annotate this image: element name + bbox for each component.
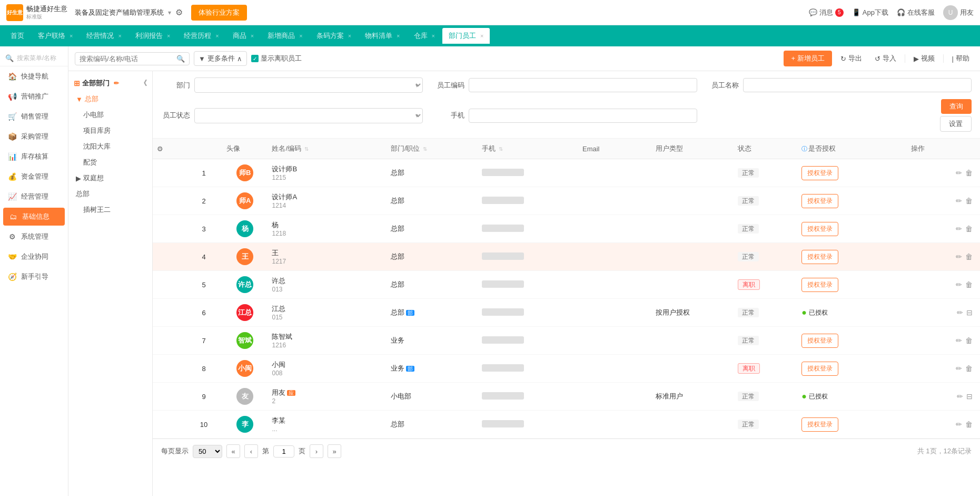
close-icon[interactable]: × — [251, 33, 254, 39]
set-button[interactable]: 设置 — [940, 116, 972, 132]
query-button[interactable]: 查询 — [941, 99, 972, 114]
last-page-btn[interactable]: » — [328, 444, 341, 458]
per-page-select[interactable]: 50 100 200 — [193, 445, 222, 458]
close-icon[interactable]: × — [299, 33, 302, 39]
dept-item-distribution[interactable]: 配货 — [68, 154, 152, 170]
delete-btn[interactable]: 🗑 — [965, 252, 973, 261]
emp-code-input[interactable] — [469, 78, 697, 92]
tab-process[interactable]: 经营历程× — [177, 28, 225, 44]
add-employee-button[interactable]: + 新增员工 — [784, 51, 831, 66]
show-resigned-toggle[interactable]: ✓ 显示离职员工 — [251, 54, 302, 63]
sidebar-search[interactable]: 🔍 搜索菜单/名称 — [0, 51, 68, 66]
sidebar-item-inventory[interactable]: 📊 库存核算 — [0, 147, 68, 167]
sidebar-item-operations[interactable]: 📈 经营管理 — [0, 187, 68, 207]
close-icon[interactable]: × — [397, 33, 400, 39]
emp-status-select-wrapper[interactable] — [194, 108, 423, 123]
more-filter-btn[interactable]: ▼ 更多条件 ∧ — [194, 51, 247, 66]
dropdown-arrow-icon[interactable]: ▾ — [168, 9, 171, 16]
col-dept[interactable]: 部门/职位 ⇅ — [387, 139, 478, 159]
dept-item-xiaodibu[interactable]: 小电部 — [68, 107, 152, 123]
tab-new-goods[interactable]: 新增商品× — [261, 28, 309, 44]
trial-button[interactable]: 体验行业方案 — [191, 5, 247, 21]
dept-item-putao[interactable]: 插树王二 — [68, 202, 152, 218]
dept-item-shuang[interactable]: ▶ 双庭想 — [68, 170, 152, 186]
auth-login-btn[interactable]: 授权登录 — [801, 194, 838, 208]
search-input[interactable] — [80, 55, 174, 63]
sidebar-item-purchase[interactable]: 📦 采购管理 — [0, 127, 68, 147]
import-btn[interactable]: ↺ 导入 — [870, 52, 900, 65]
edit-btn[interactable]: ✏ — [956, 336, 962, 345]
view-btn[interactable]: ▶ 视频 — [909, 52, 939, 65]
edit-btn[interactable]: ✏ — [956, 420, 962, 429]
sidebar-item-system[interactable]: ⚙ 系统管理 — [0, 227, 68, 247]
close-icon[interactable]: × — [432, 33, 435, 39]
edit-btn[interactable]: ✏ — [957, 392, 963, 401]
dept-item-shenyang[interactable]: 沈阳大库 — [68, 139, 152, 154]
auth-login-btn[interactable]: 授权登录 — [801, 278, 838, 292]
close-icon[interactable]: × — [215, 33, 219, 39]
page-input[interactable] — [273, 445, 294, 458]
sidebar-item-sales[interactable]: 🛒 销售管理 — [0, 106, 68, 127]
edit-btn[interactable]: ✏ — [956, 364, 962, 373]
tab-profit[interactable]: 利润报告× — [129, 28, 176, 44]
sidebar-item-guide[interactable]: 🧭 新手引导 — [0, 267, 68, 287]
delete-btn[interactable]: 🗑 — [965, 280, 973, 289]
tab-barcode[interactable]: 条码方案× — [310, 28, 358, 44]
delete-btn[interactable]: 🗑 — [965, 197, 973, 205]
close-icon[interactable]: × — [70, 33, 73, 39]
settings-icon[interactable]: ⚙ — [175, 7, 183, 17]
tab-material[interactable]: 物料清单× — [359, 28, 406, 44]
tab-operation[interactable]: 经营情况× — [80, 28, 127, 44]
edit-btn[interactable]: ✏ — [956, 197, 962, 205]
sidebar-item-marketing[interactable]: 📢 营销推广 — [0, 86, 68, 106]
sidebar-item-basic[interactable]: 🗂 基础信息 — [3, 208, 65, 226]
delete-btn[interactable]: 🗑 — [965, 336, 973, 345]
dept-item-project[interactable]: 项目库房 — [68, 123, 152, 139]
delete-btn[interactable]: 🗑 — [965, 169, 973, 177]
delete-btn[interactable]: 🗑 — [965, 225, 973, 233]
auth-login-btn[interactable]: 授权登录 — [801, 334, 838, 348]
edit-btn[interactable]: ✏ — [956, 169, 962, 177]
close-icon[interactable]: × — [348, 33, 351, 39]
tab-warehouse[interactable]: 仓库× — [408, 28, 441, 44]
dept-select[interactable] — [194, 77, 423, 93]
message-btn[interactable]: 💬 消息 5 — [809, 8, 844, 17]
app-download-btn[interactable]: 📱 App下载 — [852, 8, 888, 17]
export-btn[interactable]: ↻ 导出 — [836, 52, 866, 65]
sidebar-item-finance[interactable]: 💰 资金管理 — [0, 167, 68, 187]
tab-employee[interactable]: 部门员工× — [442, 28, 490, 44]
sidebar-item-quick-nav[interactable]: 🏠 快捷导航 — [0, 66, 68, 86]
online-service-btn[interactable]: 🎧 在线客服 — [897, 8, 935, 17]
dept-item-general[interactable]: ▼ 总部 — [68, 91, 152, 107]
search-box[interactable]: 🔍 — [75, 52, 190, 65]
auth-login-btn[interactable]: 授权登录 — [801, 166, 838, 180]
col-phone[interactable]: 手机 ⇅ — [478, 139, 578, 159]
delete-btn[interactable]: 🗑 — [965, 364, 973, 373]
delete-btn[interactable]: 🗑 — [965, 420, 973, 429]
tab-customer[interactable]: 客户联络× — [32, 28, 79, 44]
emp-status-select[interactable] — [194, 108, 423, 123]
first-page-btn[interactable]: « — [226, 444, 240, 458]
close-icon[interactable]: × — [480, 33, 483, 39]
close-icon[interactable]: × — [118, 33, 121, 39]
dept-collapse-icon[interactable]: 《 — [140, 79, 147, 88]
tab-goods[interactable]: 商品× — [226, 28, 260, 44]
emp-name-input[interactable] — [743, 78, 972, 92]
dept-item-zongbu[interactable]: 总部 — [68, 186, 152, 202]
auth-login-btn[interactable]: 授权登录 — [801, 250, 838, 264]
user-area[interactable]: U 用友 — [943, 5, 974, 20]
auth-login-btn[interactable]: 授权登录 — [801, 362, 838, 376]
dept-edit-icon[interactable]: ✏ — [114, 80, 119, 87]
edit-btn[interactable]: ✏ — [956, 280, 962, 289]
close-icon[interactable]: × — [167, 33, 170, 39]
tab-home[interactable]: 首页 — [4, 28, 31, 44]
edit-btn[interactable]: ✏ — [957, 308, 963, 317]
col-settings[interactable]: ⚙ — [153, 139, 185, 159]
edit-btn[interactable]: ✏ — [956, 225, 962, 233]
edit-btn[interactable]: ✏ — [956, 252, 962, 261]
copy-btn[interactable]: ⊟ — [966, 308, 973, 317]
dept-select-wrapper[interactable] — [194, 77, 423, 93]
auth-login-btn[interactable]: 授权登录 — [801, 417, 838, 432]
copy-btn[interactable]: ⊟ — [966, 392, 973, 401]
prev-page-btn[interactable]: ‹ — [244, 444, 258, 458]
